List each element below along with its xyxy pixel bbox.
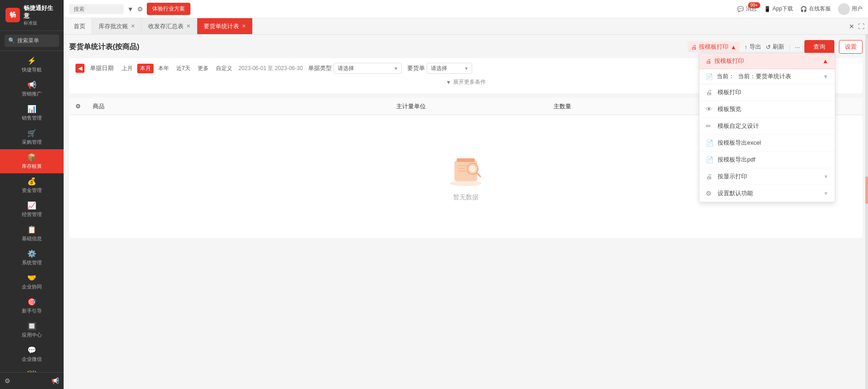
search-menu-button[interactable]: 🔍 搜索菜单 xyxy=(5,35,59,47)
sidebar-logo: 畅 畅捷通好生意 标准版 xyxy=(0,0,64,31)
template-preview-icon: 👁 xyxy=(706,106,713,113)
sidebar-item-label: 经营管理 xyxy=(22,211,42,218)
search-menu-label: 搜索菜单 xyxy=(17,37,39,45)
page-content: 要货单统计表(按商品) 🖨 按模板打印 ▲ ↑ 导出 ↺ 刷新 | ··· xyxy=(64,35,868,389)
date-more-btn[interactable]: 更多 xyxy=(195,64,211,73)
expand-label: 展开更多条件 xyxy=(453,78,486,86)
default-func-item[interactable]: ⚙ 设置默认功能 ▼ xyxy=(699,185,835,202)
empty-illustration xyxy=(443,152,489,188)
display-print-item[interactable]: 🖨 按显示打印 ▼ xyxy=(699,168,835,185)
right-scrollbar[interactable] xyxy=(865,35,868,389)
page-header: 要货单统计表(按商品) 🖨 按模板打印 ▲ ↑ 导出 ↺ 刷新 | ··· xyxy=(69,40,863,54)
print-icon: 🖨 xyxy=(691,44,697,51)
messages-item[interactable]: 💬 消息 99+ xyxy=(737,5,757,13)
dropdown-items-section: 🖨 模板打印 👁 模板预览 ✏ 模板自定义设计 📄 xyxy=(699,84,835,168)
template-design-item[interactable]: ✏ 模板自定义设计 xyxy=(699,118,835,135)
template-preview-item[interactable]: 👁 模板预览 xyxy=(699,101,835,118)
sidebar-item-inventory[interactable]: 📦 库存核算 xyxy=(0,149,64,173)
chevron-up-icon: ▲ xyxy=(730,44,736,51)
date-custom-btn[interactable]: 自定义 xyxy=(213,64,235,73)
tab-close-order[interactable]: ✕ xyxy=(242,23,246,29)
sidebar-search-area: 🔍 搜索菜单 xyxy=(0,31,64,51)
date-this-year-btn[interactable]: 本年 xyxy=(155,64,172,73)
sidebar-item-sales[interactable]: 📊 销售管理 xyxy=(0,101,64,125)
display-print-label: 按显示打印 xyxy=(718,172,747,181)
settings-col-icon[interactable]: ⚙ xyxy=(75,103,81,110)
empty-text: 暂无数据 xyxy=(453,193,479,202)
user-avatar xyxy=(838,3,850,15)
topbar-dropdown-button[interactable]: ▼ xyxy=(127,5,134,13)
expand-conditions-button[interactable]: ▼ 展开更多条件 xyxy=(446,78,486,86)
sidebar-item-label: 新手引导 xyxy=(22,308,42,314)
page-actions: 🖨 按模板打印 ▲ ↑ 导出 ↺ 刷新 | ··· 查询 设置 xyxy=(688,40,863,54)
order-type-select-wrapper: 请选择 ▼ xyxy=(334,63,402,74)
more-button[interactable]: ··· xyxy=(795,44,800,51)
sidebar-item-marketing[interactable]: 📢 营销推广 xyxy=(0,77,64,101)
topbar-search-input[interactable] xyxy=(69,4,124,14)
sidebar-item-system[interactable]: ⚙️ 系统管理 xyxy=(0,246,64,270)
tab-home[interactable]: 首页 xyxy=(67,18,92,34)
tab-order-stats[interactable]: 要货单统计表 ✕ xyxy=(197,18,253,34)
tab-close-batch[interactable]: ✕ xyxy=(131,23,135,29)
sales-icon: 📊 xyxy=(27,105,36,113)
sidebar-item-finance[interactable]: 💰 资金管理 xyxy=(0,173,64,197)
sidebar-item-guide[interactable]: 🎯 新手引导 xyxy=(0,294,64,318)
app-download-item[interactable]: 📱 App下载 xyxy=(764,5,793,13)
sidebar-item-wechat[interactable]: 💬 企业微信 xyxy=(0,342,64,366)
collapse-filter-button[interactable]: ◀ xyxy=(75,64,85,73)
appstore-icon: 🔲 xyxy=(27,322,36,330)
online-service-item[interactable]: 🎧 在线客服 xyxy=(800,5,831,13)
date-last-month-btn[interactable]: 上月 xyxy=(119,64,135,73)
query-button[interactable]: 查询 xyxy=(804,40,834,54)
sidebar-settings-button[interactable]: ⚙ xyxy=(5,377,10,384)
tab-receipt-summary[interactable]: 收发存汇总表 ✕ xyxy=(142,18,197,34)
goods-select[interactable]: 请选择 xyxy=(427,63,472,74)
order-type-select[interactable]: 请选择 xyxy=(334,63,402,74)
sidebar-item-label: 快捷导航 xyxy=(22,66,42,73)
finance-icon: 💰 xyxy=(27,177,36,186)
default-func-label: 设置默认功能 xyxy=(718,189,753,197)
sidebar-item-quick-nav[interactable]: ⚡ 快捷导航 xyxy=(0,53,64,77)
user-avatar-item[interactable]: 用户 xyxy=(838,3,863,15)
print-dropdown-close-button[interactable]: ▲ xyxy=(822,57,828,65)
print-dropdown-icon: 🖨 xyxy=(706,58,712,65)
sidebar-item-basic[interactable]: 📋 基础信息 xyxy=(0,222,64,246)
member-icon: 👑 xyxy=(27,370,36,372)
svg-rect-8 xyxy=(458,171,466,172)
sidebar-item-label: 资金管理 xyxy=(22,187,42,194)
topbar-gear-button[interactable]: ⚙ xyxy=(137,5,143,13)
template-preview-label: 模板预览 xyxy=(718,105,741,113)
sidebar-item-operation[interactable]: 📈 经营管理 xyxy=(0,197,64,222)
sidebar-speaker-button[interactable]: 📢 xyxy=(51,377,59,384)
date-this-month-btn[interactable]: 本月 xyxy=(137,64,154,73)
col-product: 商品 xyxy=(87,102,391,111)
svg-line-5 xyxy=(477,173,480,177)
print-template-button[interactable]: 🖨 按模板打印 ▲ xyxy=(688,41,740,52)
print-dropdown: 🖨 按模板打印 ▲ 📄 当前： 当前：要货单统计表 ▼ 🖨 xyxy=(699,53,835,202)
sidebar-item-purchase[interactable]: 🛒 采购管理 xyxy=(0,125,64,149)
settings-button[interactable]: 设置 xyxy=(839,40,863,54)
goods-label: 要货单 xyxy=(407,64,425,72)
export-button[interactable]: ↑ 导出 xyxy=(744,43,761,51)
sidebar-item-member[interactable]: 👑 畅会员 xyxy=(0,366,64,372)
refresh-button[interactable]: ↺ 刷新 xyxy=(766,43,784,51)
industry-plan-button[interactable]: 体验行业方案 xyxy=(147,3,190,15)
current-template-item[interactable]: 📄 当前： 当前：要货单统计表 ▼ xyxy=(699,69,835,84)
guide-icon: 🎯 xyxy=(27,298,36,306)
maximize-window-button[interactable]: ⛶ xyxy=(858,23,864,30)
template-print-item[interactable]: 🖨 模板打印 xyxy=(699,84,835,101)
sidebar-item-label: 系统管理 xyxy=(22,259,42,266)
tab-close-receipt[interactable]: ✕ xyxy=(186,23,190,29)
template-pdf-item[interactable]: 📄 按模板导出pdf xyxy=(699,152,835,168)
display-print-arrow: ▼ xyxy=(823,174,828,179)
template-excel-item[interactable]: 📄 按模板导出excel xyxy=(699,135,835,152)
current-arrow-icon: ▼ xyxy=(823,73,828,80)
tab-batch-accounts[interactable]: 库存批次账 ✕ xyxy=(92,18,142,34)
close-window-button[interactable]: ✕ xyxy=(849,23,854,30)
sidebar-item-collab[interactable]: 🤝 企业协同 xyxy=(0,270,64,294)
current-template-label: 当前： xyxy=(717,72,734,81)
date-7days-btn[interactable]: 近7天 xyxy=(174,64,193,73)
sidebar-nav: ⚡ 快捷导航 📢 营销推广 📊 销售管理 🛒 采购管理 📦 库存核算 💰 资金管… xyxy=(0,51,64,372)
sidebar-item-appstore[interactable]: 🔲 应用中心 xyxy=(0,318,64,342)
print-dropdown-title-text: 按模板打印 xyxy=(714,57,744,65)
